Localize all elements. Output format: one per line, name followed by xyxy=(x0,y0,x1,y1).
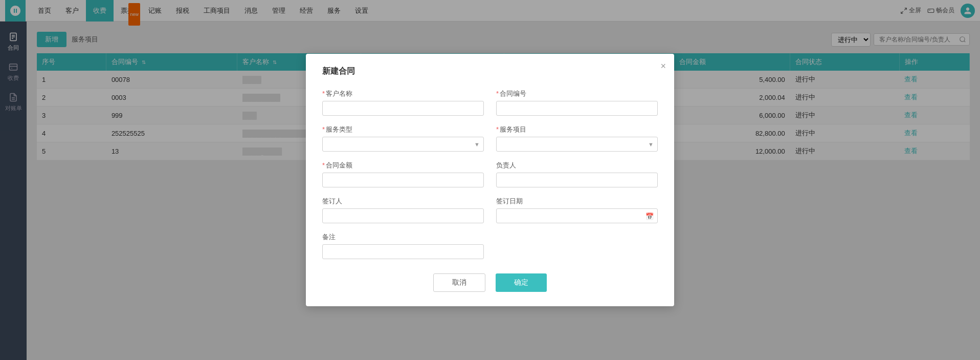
service-item-select[interactable] xyxy=(496,137,658,152)
field-service-item: *服务项目 ▼ xyxy=(496,125,658,152)
field-contract-no: *合同编号 xyxy=(496,89,658,116)
signer-label: 签订人 xyxy=(322,197,484,206)
customer-name-input[interactable] xyxy=(322,101,484,116)
form-row-5: 备注 xyxy=(322,232,658,259)
remark-input[interactable] xyxy=(322,244,484,259)
new-contract-modal: × 新建合同 *客户名称 *合同编号 *服务类型 xyxy=(306,54,674,306)
field-customer-name: *客户名称 xyxy=(322,89,484,116)
field-sign-date: 签订日期 2023-06-06 📅 xyxy=(496,197,658,223)
cancel-button[interactable]: 取消 xyxy=(433,273,485,292)
sign-date-input[interactable]: 2023-06-06 xyxy=(496,208,658,223)
remark-label: 备注 xyxy=(322,232,484,242)
service-item-wrap: ▼ xyxy=(496,137,658,152)
contract-no-input[interactable] xyxy=(496,101,658,116)
customer-name-label: *客户名称 xyxy=(322,89,484,98)
form-row-4: 签订人 签订日期 2023-06-06 📅 xyxy=(322,197,658,223)
field-responsible: 负责人 xyxy=(496,161,658,187)
sign-date-label: 签订日期 xyxy=(496,197,658,206)
field-service-type: *服务类型 ▼ xyxy=(322,125,484,152)
confirm-button[interactable]: 确定 xyxy=(496,273,547,292)
service-type-select[interactable] xyxy=(322,137,484,152)
field-signer: 签订人 xyxy=(322,197,484,223)
service-type-wrap: ▼ xyxy=(322,137,484,152)
form-row-1: *客户名称 *合同编号 xyxy=(322,89,658,116)
service-type-label: *服务类型 xyxy=(322,125,484,134)
sign-date-wrap: 2023-06-06 📅 xyxy=(496,208,658,223)
amount-label: *合同金额 xyxy=(322,161,484,170)
modal-close-button[interactable]: × xyxy=(660,61,666,72)
form-row-2: *服务类型 ▼ *服务项目 ▼ xyxy=(322,125,658,152)
contract-no-label: *合同编号 xyxy=(496,89,658,98)
amount-input[interactable]: 0.00 xyxy=(322,173,484,187)
modal-title: 新建合同 xyxy=(322,66,658,77)
field-remark: 备注 xyxy=(322,232,484,259)
signer-input[interactable] xyxy=(322,208,484,223)
field-amount: *合同金额 0.00 xyxy=(322,161,484,187)
modal-footer: 取消 确定 xyxy=(322,273,658,292)
responsible-label: 负责人 xyxy=(496,161,658,170)
modal-overlay: × 新建合同 *客户名称 *合同编号 *服务类型 xyxy=(0,0,980,360)
form-row-3: *合同金额 0.00 负责人 xyxy=(322,161,658,187)
service-item-label: *服务项目 xyxy=(496,125,658,134)
responsible-input[interactable] xyxy=(496,173,658,187)
